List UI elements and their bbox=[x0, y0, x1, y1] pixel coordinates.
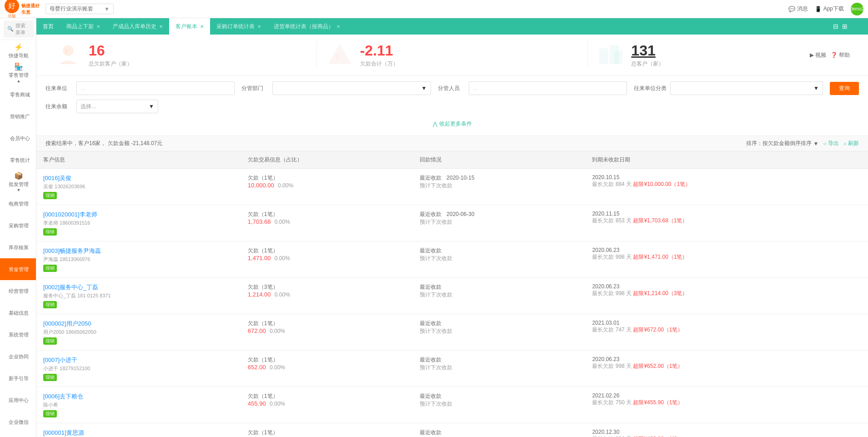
refresh-icon: ○ bbox=[843, 141, 847, 147]
sidebar-item-inventory[interactable]: 库存核算 bbox=[0, 236, 36, 258]
debt-customer-count: 16 bbox=[89, 42, 307, 59]
overdue-amount-3[interactable]: 超限¥1,214.00（3笔） bbox=[633, 290, 687, 296]
tab-purchase-history[interactable]: 产成品入库单历史 ✕ bbox=[106, 18, 169, 35]
help-btn[interactable]: ❓ 帮助 bbox=[831, 51, 850, 59]
video-btn[interactable]: ▶ 视频 bbox=[810, 51, 826, 59]
search-button[interactable]: 查询 bbox=[830, 82, 859, 95]
customer-name-7[interactable]: [000001]黄思源 bbox=[43, 429, 234, 437]
tab-purchase-order[interactable]: 采购订单统计表 ✕ bbox=[210, 18, 267, 35]
result-bar: 搜索结果中，客户16家， 欠款金额 -21,148.07元 排序：按欠款金额倒序… bbox=[36, 136, 868, 151]
sidebar-item-retail-mgmt[interactable]: 🏪 零售管理 ▲ bbox=[0, 62, 36, 84]
collapse-button[interactable]: ⋀ 收起更多条件 bbox=[45, 118, 859, 130]
customer-contact-4: 用户2050 18665062050 bbox=[43, 329, 234, 336]
tab-maximize-icon[interactable]: ⊞ bbox=[842, 23, 848, 30]
cell-due-5: 2020.06.23 最长欠款 998 天 超限¥652.00（1笔） bbox=[585, 351, 868, 387]
sidebar-item-ecommerce[interactable]: 电商管理 bbox=[0, 193, 36, 215]
debt-total-label: 欠款合计（万） bbox=[360, 60, 579, 68]
sidebar-item-purchase[interactable]: 采购管理 bbox=[0, 215, 36, 236]
cell-payment-6: 最近收款 预计下次收款 bbox=[413, 387, 586, 423]
sidebar-item-wholesale[interactable]: 📦 批发管理 ▼ bbox=[0, 171, 36, 193]
tab-close-icon[interactable]: ✕ bbox=[200, 24, 204, 29]
customer-tag-0: 现销 bbox=[43, 192, 57, 199]
summary-bar: ¥ 16 总欠款客户（家） ! bbox=[36, 35, 868, 76]
next-payment-2: 预计下次收款 bbox=[420, 255, 579, 262]
customer-contact-6: 陈小希 bbox=[43, 402, 234, 408]
tab-home[interactable]: 首页 bbox=[36, 18, 60, 35]
sidebar-item-operation[interactable]: 经营管理 bbox=[0, 280, 36, 302]
filter-dept-select[interactable]: ▼ bbox=[272, 81, 431, 95]
cell-debt-3: 欠款（3笔） 1,214.00 0.00% bbox=[241, 278, 413, 314]
customer-name-1[interactable]: [0001020001]李老师 bbox=[43, 211, 234, 219]
search-icon: 🔍 bbox=[7, 26, 14, 32]
debt-label-1: 欠款（1笔） bbox=[248, 211, 406, 218]
filter-balance-select[interactable]: 选择... ▼ bbox=[76, 100, 158, 113]
customer-name-6[interactable]: [0006]去下粮仓 bbox=[43, 392, 234, 401]
filter-unit: 往来单位 ... bbox=[45, 81, 235, 95]
overdue-amount-2[interactable]: 超限¥1,471.00（1笔） bbox=[633, 254, 687, 260]
customer-name-4[interactable]: [000002]用户2050 bbox=[43, 320, 234, 328]
overdue-amount-6[interactable]: 超限¥455.90（1笔） bbox=[633, 399, 683, 406]
sidebar-item-guide[interactable]: 新手引导 bbox=[0, 367, 36, 389]
svg-rect-4 bbox=[599, 48, 608, 64]
overdue-amount-1[interactable]: 超限¥1,703.68（1笔） bbox=[633, 217, 687, 224]
content-area: 首页 商品上下架 ✕ 产成品入库单历史 ✕ 客户账本 ✕ 采购订单统计表 ✕ bbox=[36, 18, 868, 437]
cell-due-7: 2020.12.30 最长欠款 808 天 超限¥429.00（1笔） bbox=[585, 423, 868, 437]
overdue-days-2: 最长欠款 998 天 超限¥1,471.00（1笔） bbox=[592, 253, 861, 261]
refresh-button[interactable]: ○ 刷新 bbox=[843, 140, 859, 147]
overdue-amount-0[interactable]: 超限¥10,000.00（1笔） bbox=[633, 181, 691, 187]
overdue-amount-4[interactable]: 超限¥672.00（1笔） bbox=[633, 326, 683, 333]
tab-customer-ledger[interactable]: 客户账本 ✕ bbox=[169, 18, 210, 35]
summary-card-1: ¥ 16 总欠款客户（家） bbox=[45, 41, 317, 69]
customer-contact-1: 李老师 18600391516 bbox=[43, 220, 234, 226]
due-date-6: 2021.02.26 bbox=[592, 392, 861, 399]
export-button[interactable]: ○ 导出 bbox=[823, 140, 839, 147]
tab-purchase-stats[interactable]: 进货单统计表（按商品） ✕ bbox=[267, 18, 346, 35]
sidebar-item-member[interactable]: 会员中心 bbox=[0, 127, 36, 149]
cell-debt-1: 欠款（1笔） 1,703.68 0.00% bbox=[241, 205, 413, 241]
overdue-days-5: 最长欠款 998 天 超限¥652.00（1笔） bbox=[592, 362, 861, 370]
sidebar-item-app-center[interactable]: 应用中心 bbox=[0, 389, 36, 411]
industry-select[interactable]: 母婴行业演示账套 ▼ bbox=[45, 4, 114, 14]
due-date-7: 2020.12.30 bbox=[592, 429, 861, 435]
customer-contact-3: 服务中心_丁磊 181 0125 8371 bbox=[43, 292, 234, 299]
cell-payment-7: 最近收款 预计下次收款 bbox=[413, 423, 586, 437]
sidebar-item-enterprise[interactable]: 企业协同 bbox=[0, 346, 36, 367]
last-payment-2: 最近收款 bbox=[420, 247, 579, 255]
sort-select[interactable]: 排序：按欠款金额倒序排序 ▼ bbox=[746, 140, 819, 147]
svg-text:¥: ¥ bbox=[64, 47, 68, 55]
filter-category-select[interactable]: ▼ bbox=[670, 81, 823, 95]
sidebar-search-trigger[interactable]: 🔍 搜索菜单 bbox=[4, 20, 34, 38]
sidebar-item-finance[interactable]: 资金管理 bbox=[0, 258, 36, 280]
sidebar-item-wechat[interactable]: 企业微信 bbox=[0, 411, 36, 433]
tab-close-icon[interactable]: ✕ bbox=[336, 24, 340, 29]
customer-name-0[interactable]: [0016]吴俊 bbox=[43, 174, 234, 182]
sidebar-item-quick-nav[interactable]: ⚡ 快捷导航 bbox=[0, 40, 36, 62]
cell-customer-0: [0016]吴俊 吴俊 13026203696 现销 bbox=[36, 169, 241, 205]
tab-close-icon[interactable]: ✕ bbox=[96, 24, 100, 29]
filter-person-input[interactable]: ... bbox=[469, 81, 627, 95]
filter-unit-input[interactable]: ... bbox=[76, 81, 235, 95]
tab-minimize-icon[interactable]: ⊟ bbox=[833, 23, 838, 30]
overdue-days-6: 最长欠款 750 天 超限¥455.90（1笔） bbox=[592, 399, 861, 407]
customer-name-3[interactable]: [0002]服务中心_丁磊 bbox=[43, 283, 234, 291]
overdue-amount-5[interactable]: 超限¥652.00（1笔） bbox=[633, 363, 683, 369]
user-avatar[interactable]: demo2 bbox=[851, 3, 863, 15]
customer-tag-1: 现销 bbox=[43, 228, 57, 236]
cell-customer-4: [000002]用户2050 用户2050 18665062050 现销 bbox=[36, 314, 241, 351]
sidebar-item-retail-store[interactable]: 零售商城 bbox=[0, 84, 36, 105]
sidebar-item-retail-stats[interactable]: 零售统计 bbox=[0, 149, 36, 171]
overdue-days-0: 最长欠款 884 天 超限¥10,000.00（1笔） bbox=[592, 181, 861, 188]
app-download-btn[interactable]: 📱 App下载 bbox=[815, 5, 844, 13]
tab-product-listing[interactable]: 商品上下架 ✕ bbox=[60, 18, 106, 35]
sidebar-item-marketing[interactable]: 营销推广 bbox=[0, 105, 36, 127]
tab-close-icon[interactable]: ✕ bbox=[257, 24, 261, 29]
customer-tag-3: 现销 bbox=[43, 301, 57, 308]
customer-name-2[interactable]: [0003]畅捷服务尹海蕊 bbox=[43, 247, 234, 255]
cell-payment-5: 最近收款 预计下次收款 bbox=[413, 351, 586, 387]
sidebar-item-system[interactable]: 系统管理 bbox=[0, 324, 36, 346]
customer-name-5[interactable]: [0007]小进干 bbox=[43, 356, 234, 364]
sidebar-item-basic-info[interactable]: 基础信息 bbox=[0, 302, 36, 324]
message-btn[interactable]: 💬 消息 bbox=[788, 5, 808, 13]
tab-close-icon[interactable]: ✕ bbox=[159, 24, 163, 29]
sidebar-item-member-plus[interactable]: 畅会员 bbox=[0, 433, 36, 437]
